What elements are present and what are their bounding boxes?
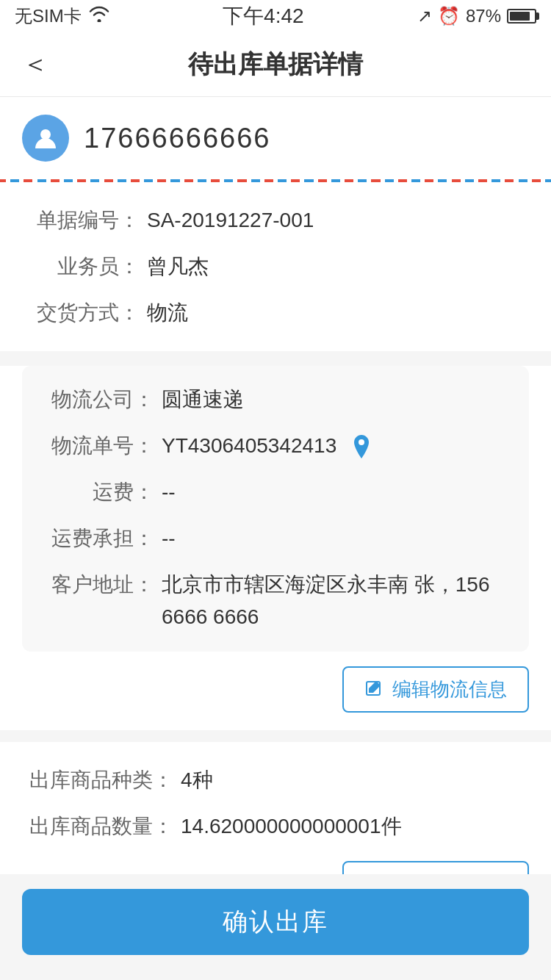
status-time: 下午4:42 [223,2,304,30]
goods-quantity-label: 出库商品数量： [29,810,181,843]
back-button[interactable]: ＜ [22,46,48,82]
confirm-btn-container: 确认出库 [0,874,551,980]
status-left: 无SIM卡 [15,4,109,28]
svg-point-0 [40,129,51,140]
freight-bearer-row: 运费承担： -- [44,522,507,555]
document-number-value: SA-20191227-001 [147,204,522,237]
document-number-label: 单据编号： [29,204,147,237]
freight-bearer-value: -- [162,522,507,555]
confirm-btn-label: 确认出库 [223,907,328,935]
edit-logistics-label: 编辑物流信息 [392,677,507,702]
goods-quantity-value: 14.620000000000001件 [181,810,522,843]
delivery-value: 物流 [147,297,522,330]
logistics-company-label: 物流公司： [44,383,162,417]
freight-bearer-label: 运费承担： [44,522,162,555]
goods-category-value: 4种 [181,764,522,797]
battery-icon [507,9,536,24]
battery-percentage: 87% [466,6,501,26]
logistics-card: 物流公司： 圆通速递 物流单号： YT4306405342413 运费： -- … [22,366,529,652]
goods-block: 出库商品种类： 4种 出库商品数量： 14.620000000000001件 [0,742,551,843]
salesman-row: 业务员： 曾凡杰 [29,251,522,284]
edit-logistics-button[interactable]: 编辑物流信息 [342,666,529,713]
status-bar: 无SIM卡 下午4:42 ↗ ⏰ 87% [0,0,551,32]
carrier-label: 无SIM卡 [15,4,82,28]
svg-point-1 [359,439,364,445]
document-info-block: 单据编号： SA-20191227-001 业务员： 曾凡杰 交货方式： 物流 [0,182,551,351]
document-number-row: 单据编号： SA-20191227-001 [29,204,522,237]
salesman-value: 曾凡杰 [147,251,522,284]
address-label: 客户地址： [44,569,162,602]
map-pin-icon[interactable] [348,433,375,460]
freight-label: 运费： [44,476,162,509]
alarm-icon: ⏰ [438,6,460,26]
address-row: 客户地址： 北京市市辖区海淀区永丰南 张，156 6666 6666 [44,569,507,635]
tracking-number: YT4306405342413 [162,430,336,463]
customer-header: 17666666666 [0,97,551,182]
logistics-company-row: 物流公司： 圆通速递 [44,383,507,417]
address-value: 北京市市辖区海淀区永丰南 张，156 6666 6666 [162,569,507,635]
goods-category-row: 出库商品种类： 4种 [29,764,522,797]
tracking-label: 物流单号： [44,430,162,463]
delivery-row: 交货方式： 物流 [29,297,522,330]
page-title: 待出库单据详情 [188,48,363,82]
logistics-company-value: 圆通速递 [162,383,507,417]
goods-quantity-row: 出库商品数量： 14.620000000000001件 [29,810,522,843]
delivery-label: 交货方式： [29,297,147,330]
nav-bar: ＜ 待出库单据详情 [0,32,551,97]
avatar [22,115,69,162]
location-status-icon: ↗ [417,6,432,26]
goods-category-label: 出库商品种类： [29,764,181,797]
edit-icon [364,680,385,700]
freight-value: -- [162,476,507,509]
logistics-section: 物流公司： 圆通速递 物流单号： YT4306405342413 运费： -- … [0,366,551,730]
document-info-section: 单据编号： SA-20191227-001 业务员： 曾凡杰 交货方式： 物流 [0,182,551,351]
tracking-value-container: YT4306405342413 [162,430,375,463]
freight-row: 运费： -- [44,476,507,509]
salesman-label: 业务员： [29,251,147,284]
wifi-icon [89,6,109,26]
customer-phone: 17666666666 [84,123,270,154]
confirm-outbound-button[interactable]: 确认出库 [22,889,529,955]
tracking-row: 物流单号： YT4306405342413 [44,430,507,463]
status-right: ↗ ⏰ 87% [417,6,536,26]
edit-logistics-container: 编辑物流信息 [0,666,551,730]
